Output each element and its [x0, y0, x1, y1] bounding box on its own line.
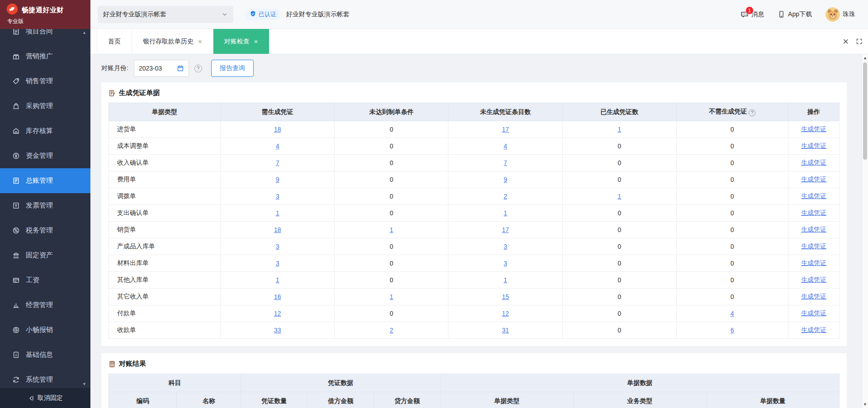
- count-link[interactable]: 31: [502, 327, 509, 334]
- count-cell: 0: [676, 222, 788, 238]
- count-link[interactable]: 2: [390, 327, 393, 334]
- account-set-dropdown[interactable]: 好业财专业版演示帐套: [98, 6, 233, 23]
- count-link[interactable]: 33: [274, 327, 281, 334]
- sidebar-scroll-up-icon[interactable]: ▲: [82, 31, 86, 35]
- generate-voucher-link[interactable]: 生成凭证: [801, 176, 826, 183]
- scroll-up-icon[interactable]: ▲: [862, 56, 868, 60]
- count-link[interactable]: 1: [276, 209, 279, 217]
- count-cell: 0: [562, 255, 676, 272]
- count-link[interactable]: 2: [504, 193, 507, 200]
- tab-home[interactable]: 首页: [97, 29, 132, 54]
- count-link[interactable]: 3: [276, 193, 279, 200]
- fullscreen-icon[interactable]: [856, 38, 863, 45]
- sidebar-item-expense[interactable]: 小畅报销: [0, 318, 90, 342]
- count-link[interactable]: 1: [390, 226, 393, 233]
- sidebar-item-inventory[interactable]: 库存核算: [0, 119, 90, 143]
- count-link[interactable]: 17: [502, 226, 509, 233]
- count-link[interactable]: 1: [390, 293, 393, 300]
- count-link[interactable]: 1: [504, 276, 507, 284]
- top-header: 好业财专业版演示帐套 已认证 好业财专业版演示帐套 1 消息 App下载: [90, 0, 868, 29]
- month-picker[interactable]: 2023-03: [134, 60, 189, 77]
- messages-button[interactable]: 1 消息: [741, 10, 764, 19]
- count-link[interactable]: 3: [504, 260, 507, 267]
- sidebar-scroll-down-icon[interactable]: ▼: [82, 382, 86, 386]
- sidebar-item-asset[interactable]: 固定资产: [0, 243, 90, 268]
- chevron-down-icon: [222, 11, 228, 18]
- count-link[interactable]: 12: [274, 310, 281, 317]
- generate-voucher-link[interactable]: 生成凭证: [801, 276, 826, 283]
- count-link[interactable]: 1: [504, 209, 507, 217]
- account-set-value: 好业财专业版演示帐套: [103, 10, 222, 19]
- generate-voucher-link[interactable]: 生成凭证: [801, 125, 826, 133]
- count-link[interactable]: 3: [276, 243, 279, 250]
- count-link[interactable]: 15: [502, 293, 509, 300]
- generate-voucher-link[interactable]: 生成凭证: [801, 209, 826, 216]
- doc-type-cell: 材料出库单: [109, 255, 221, 272]
- count-link[interactable]: 12: [502, 310, 509, 317]
- count-link[interactable]: 6: [731, 327, 734, 334]
- action-cell: 生成凭证: [788, 188, 839, 205]
- count-link[interactable]: 17: [502, 126, 509, 133]
- sidebar-item-operation[interactable]: 经营管理: [0, 293, 90, 318]
- scroll-down-icon[interactable]: ▼: [862, 402, 868, 407]
- count-link[interactable]: 1: [618, 126, 621, 133]
- column-help-icon[interactable]: ?: [749, 109, 755, 116]
- sidebar-item-contract[interactable]: 项目合同: [0, 29, 90, 44]
- count-link[interactable]: 7: [276, 159, 279, 166]
- count-link[interactable]: 4: [504, 142, 507, 150]
- sidebar-item-system[interactable]: 系统管理: [0, 367, 90, 388]
- count-link[interactable]: 1: [618, 193, 621, 200]
- content-scrollbar[interactable]: ▲ ▼: [862, 54, 868, 408]
- count-link[interactable]: 3: [504, 243, 507, 250]
- sidebar-item-salary[interactable]: 工资: [0, 268, 90, 293]
- doc-type-cell: 其它收入单: [109, 289, 221, 305]
- generate-voucher-link[interactable]: 生成凭证: [801, 259, 826, 266]
- voucher-table-row: 收款单3323106生成凭证: [109, 322, 840, 339]
- purchase-icon: [12, 102, 20, 110]
- brand-area: 畅捷通好业财 专业版: [0, 0, 90, 29]
- count-cell: 0: [335, 238, 448, 255]
- count-link[interactable]: 3: [276, 260, 279, 267]
- doc-type-cell: 支出确认单: [109, 205, 221, 222]
- app-download-button[interactable]: App下载: [778, 10, 812, 19]
- report-query-button[interactable]: 报告查询: [211, 60, 254, 77]
- tab-close-icon[interactable]: ×: [254, 38, 258, 45]
- sidebar-item-info[interactable]: 基础信息: [0, 342, 90, 367]
- count-link[interactable]: 1: [276, 276, 279, 284]
- generate-voucher-link[interactable]: 生成凭证: [801, 192, 826, 199]
- count-link[interactable]: 7: [504, 159, 507, 166]
- sidebar-item-sales[interactable]: 销售管理: [0, 69, 90, 94]
- count-cell: 0: [335, 305, 448, 322]
- voucher-section-title: 生成凭证单据: [119, 89, 160, 97]
- close-tab-icon[interactable]: ×: [843, 37, 849, 47]
- tab-bank-history[interactable]: 银行存取款单历史 ×: [132, 29, 213, 54]
- unpin-sidebar-button[interactable]: 取消固定: [0, 388, 90, 408]
- generate-voucher-link[interactable]: 生成凭证: [801, 226, 826, 233]
- sidebar-item-tax[interactable]: 税务管理: [0, 218, 90, 243]
- count-link[interactable]: 9: [276, 176, 279, 183]
- count-link[interactable]: 4: [731, 310, 734, 317]
- generate-voucher-link[interactable]: 生成凭证: [801, 142, 826, 149]
- count-link[interactable]: 4: [276, 142, 279, 150]
- sidebar-item-ledger[interactable]: 总账管理: [0, 168, 90, 193]
- sidebar-item-invoice[interactable]: 发票管理: [0, 193, 90, 218]
- action-cell: 生成凭证: [788, 238, 839, 255]
- sidebar-item-promo[interactable]: 营销推广: [0, 44, 90, 69]
- tab-reconcile-check[interactable]: 对账检查 ×: [213, 29, 269, 54]
- generate-voucher-link[interactable]: 生成凭证: [801, 293, 826, 300]
- count-link[interactable]: 16: [274, 293, 281, 300]
- system-icon: [12, 376, 20, 384]
- generate-voucher-link[interactable]: 生成凭证: [801, 159, 826, 166]
- tab-close-icon[interactable]: ×: [198, 38, 202, 45]
- generate-voucher-link[interactable]: 生成凭证: [801, 309, 826, 317]
- user-menu[interactable]: 珠珠: [826, 7, 855, 22]
- generate-voucher-link[interactable]: 生成凭证: [801, 326, 826, 333]
- sidebar-item-purchase[interactable]: 采购管理: [0, 94, 90, 119]
- count-link[interactable]: 18: [274, 126, 281, 133]
- count-link[interactable]: 18: [274, 226, 281, 233]
- sidebar-item-funds[interactable]: 资金管理: [0, 143, 90, 168]
- help-icon[interactable]: ?: [194, 65, 202, 72]
- scrollbar-thumb[interactable]: [863, 62, 867, 160]
- generate-voucher-link[interactable]: 生成凭证: [801, 242, 826, 250]
- count-link[interactable]: 9: [504, 176, 507, 183]
